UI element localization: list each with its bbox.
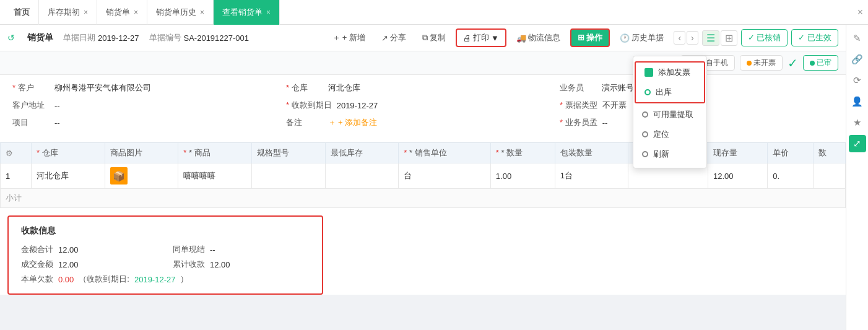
- sidebar-expand-btn[interactable]: ⤢: [849, 135, 866, 152]
- same-order-row: 同单现结 --: [173, 244, 310, 255]
- grid-view-btn[interactable]: ⊞: [721, 30, 737, 46]
- table-header-row: ⚙ 仓库 商品图片 * 商品 规格型号 最低库存 * 销售单位 * 数量 包装数…: [1, 143, 846, 163]
- address-value: --: [54, 101, 60, 110]
- cell-spec: [251, 163, 325, 189]
- ops-grid-icon: ⊞: [578, 33, 584, 42]
- total-value: 12.00: [58, 245, 79, 254]
- close-tab-view-sales[interactable]: ×: [266, 8, 271, 17]
- customer-value: 柳州粤港平安气体有限公司: [54, 82, 151, 93]
- close-tab-history[interactable]: ×: [200, 8, 204, 17]
- tab-view-sales[interactable]: 查看销货单 ×: [214, 0, 280, 25]
- tab-home[interactable]: 首页: [5, 0, 39, 25]
- dropdown-item-locate[interactable]: 定位: [633, 124, 706, 144]
- dropdown-item-refresh[interactable]: 刷新: [633, 144, 706, 164]
- doc-type-icon: ↺: [7, 33, 15, 43]
- dropdown-item-available-qty[interactable]: 可用量提取: [633, 105, 706, 124]
- data-table: ⚙ 仓库 商品图片 * 商品 规格型号 最低库存 * 销售单位 * 数量 包装数…: [0, 142, 846, 208]
- col-spec: 规格型号: [251, 143, 325, 163]
- refresh-icon: [642, 151, 648, 157]
- sidebar-link-btn[interactable]: 🔗: [849, 51, 866, 68]
- sold-check-icon: ✓: [748, 33, 755, 42]
- ops-button[interactable]: ⊞ 操作: [570, 28, 610, 47]
- print-button[interactable]: 🖨 打印 ▼: [456, 28, 506, 47]
- next-arrow[interactable]: ›: [687, 31, 698, 45]
- sidebar-edit-btn[interactable]: ✎: [849, 30, 866, 47]
- copy-button[interactable]: ⧉ 复制: [416, 30, 452, 46]
- note-add-link[interactable]: ＋ + 添加备注: [328, 117, 377, 128]
- col-min-stock: 最低库存: [325, 143, 399, 163]
- doc-date-meta: 单据日期 2019-12-27: [63, 32, 139, 43]
- project-label: 项目: [12, 117, 50, 128]
- close-tab-sales[interactable]: ×: [134, 8, 138, 17]
- arrears-value: 0.00: [58, 275, 74, 284]
- date-label: 单据日期: [63, 32, 95, 43]
- check-button[interactable]: ✓: [788, 56, 798, 71]
- same-order-label: 同单现结: [173, 244, 205, 255]
- green-dot: [810, 61, 815, 66]
- tab-sales-order[interactable]: 销货单 ×: [97, 0, 147, 25]
- staff-label: 业务员: [560, 82, 597, 93]
- cell-row-num: 1: [1, 163, 32, 189]
- arrears-end: ）: [180, 274, 188, 285]
- list-view-btn[interactable]: ☰: [702, 30, 719, 46]
- history-button[interactable]: 🕐 历史单据: [614, 30, 670, 46]
- toolbar-actions: ＋ + 新增 ↗ 分享 ⧉ 复制 🖨 打印 ▼ 🚚: [326, 28, 838, 47]
- date-value: 2019-12-27: [98, 33, 139, 43]
- sidebar-rotate-btn[interactable]: ⟳: [849, 72, 866, 89]
- ticket-type-label: 票据类型: [560, 100, 597, 111]
- not-opened-button[interactable]: 未开票: [740, 55, 783, 71]
- cell-min-stock: [325, 163, 399, 189]
- cell-qty: 1.00: [490, 163, 555, 189]
- close-tab-inventory[interactable]: ×: [84, 8, 88, 17]
- not-opened-dot: [747, 61, 752, 66]
- doc-no-meta: 单据编号 SA-20191227-001: [149, 32, 250, 43]
- plus-icon: ＋: [328, 117, 336, 128]
- warehouse-field: 仓库 河北仓库: [286, 82, 560, 93]
- tab-inventory-start[interactable]: 库存期初 ×: [39, 0, 97, 25]
- col-warehouse: 仓库: [31, 143, 105, 163]
- sold-button[interactable]: ✓ ✓ 已核销 已核销: [741, 29, 788, 46]
- new-button[interactable]: ＋ + 新增: [326, 30, 371, 46]
- payment-title: 收款信息: [21, 225, 310, 237]
- cell-unit: 台: [399, 163, 491, 189]
- prev-arrow[interactable]: ‹: [674, 31, 685, 45]
- gear-icon[interactable]: ⚙: [6, 149, 13, 158]
- logistics-button[interactable]: 🚚 物流信息: [510, 30, 566, 46]
- history-icon: 🕐: [620, 33, 630, 43]
- tab-bar: 首页 库存期初 × 销货单 × 销货单历史 × 查看销货单 × ×: [0, 0, 868, 25]
- check-green-button[interactable]: 已审: [803, 55, 838, 71]
- col-gear: ⚙: [1, 143, 32, 163]
- note-label: 备注: [286, 117, 323, 128]
- product-image: 📦: [110, 167, 128, 185]
- nav-arrows: ‹ ›: [674, 31, 698, 45]
- dropdown-highlight-border: 添加发票 出库: [635, 61, 705, 103]
- view-btns: ☰ ⊞: [702, 30, 737, 46]
- dropdown-item-add-invoice[interactable]: 添加发票: [636, 63, 704, 82]
- doc-title-area: ↺ 销货单 单据日期 2019-12-27 单据编号 SA-20191227-0…: [7, 32, 321, 43]
- dropdown-item-outbound[interactable]: 出库: [636, 82, 704, 102]
- close-window-icon[interactable]: ×: [857, 7, 863, 18]
- warehouse-value: 河北仓库: [328, 82, 360, 93]
- project-field: 项目 --: [12, 117, 286, 128]
- col-unit-price: 单价: [768, 143, 814, 163]
- tab-sales-history[interactable]: 销货单历史 ×: [147, 0, 214, 25]
- effective-check-icon: ✓: [798, 33, 805, 42]
- share-button[interactable]: ↗ 分享: [375, 30, 412, 46]
- sidebar-star-btn[interactable]: ★: [849, 114, 866, 131]
- col-pack-qty: 包装数量: [555, 143, 628, 163]
- due-date-field: 收款到期日 2019-12-27: [286, 100, 560, 111]
- project-value: --: [54, 118, 60, 128]
- form-row-3: 项目 -- 备注 ＋ + 添加备注 业务员孟 --: [12, 117, 833, 128]
- cell-product: 嘻嘻嘻嘻: [178, 163, 252, 189]
- col-qty: * 数量: [490, 143, 555, 163]
- effective-button[interactable]: ✓ 已生效: [791, 29, 838, 46]
- deal-amount-row: 成交金额 12.00: [21, 259, 158, 270]
- new-icon: ＋: [332, 32, 341, 43]
- warehouse-label: 仓库: [286, 82, 323, 93]
- subtotal-label: 小计: [1, 189, 846, 208]
- copy-icon: ⧉: [422, 33, 428, 43]
- ops-dropdown: 添加发票 出库 可用量提取 定位 刷新: [633, 56, 707, 168]
- sidebar-user-btn[interactable]: 👤: [849, 93, 866, 110]
- sales-staff-label: 业务员孟: [560, 117, 597, 128]
- payment-rows: 金额合计 12.00 同单现结 -- 成交金额 12.00 累计收款 12.00…: [21, 244, 310, 285]
